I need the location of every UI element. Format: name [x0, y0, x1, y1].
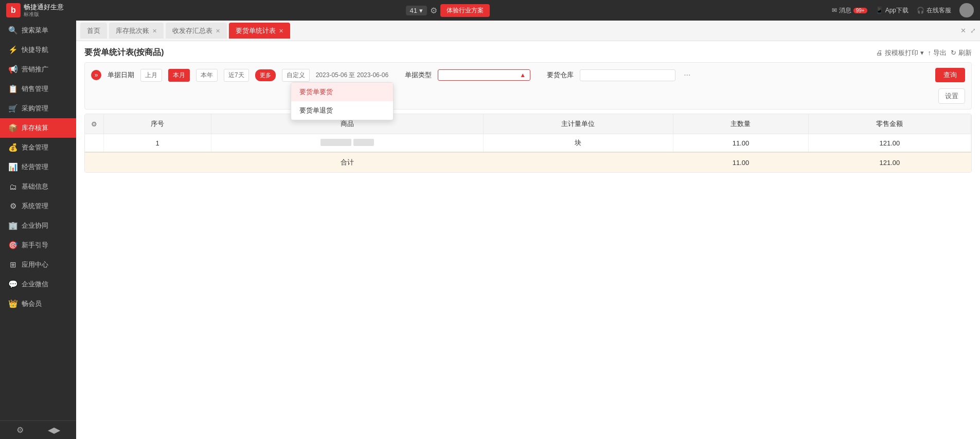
industry-button[interactable]: 体验行业方案	[440, 4, 490, 17]
minimize-icon[interactable]: ✕	[960, 27, 966, 34]
sidebar-item-purchase[interactable]: 🛒 采购管理	[0, 99, 76, 118]
gear-icon: ⚙	[8, 202, 17, 211]
table-row: 1 块 11.00 121.00	[85, 134, 971, 153]
tab-home[interactable]: 首页	[80, 23, 107, 39]
app-download-action[interactable]: 📱 App下载	[876, 6, 908, 15]
sidebar-item-appstore[interactable]: ⊞ 应用中心	[0, 255, 76, 275]
money-icon: 💰	[8, 143, 17, 152]
prev-month-button[interactable]: 上月	[140, 69, 162, 82]
dropdown-item-order[interactable]: 要货单要货	[291, 83, 393, 101]
filter-expand-button[interactable]: »	[91, 70, 101, 80]
page-title: 要货单统计表(按商品)	[84, 47, 164, 58]
logo-icon: b	[6, 3, 21, 17]
logo-area: b 畅捷通好生意 标准版	[6, 3, 64, 17]
sidebar-item-label: 企业协同	[22, 221, 48, 230]
tab-close-icon[interactable]: ✕	[152, 28, 157, 34]
building-icon: 🏢	[8, 221, 17, 230]
custom-button[interactable]: 自定义	[282, 69, 310, 82]
sidebar-item-label: 采购管理	[22, 104, 48, 113]
collapse-icon[interactable]: ◀▶	[48, 425, 60, 435]
total-quantity: 11.00	[673, 152, 809, 172]
search-icon: 🔍	[8, 26, 17, 35]
warehouse-input[interactable]	[580, 69, 675, 81]
sidebar-item-inventory[interactable]: 📦 库存核算	[0, 118, 76, 138]
tab-close-icon[interactable]: ✕	[216, 28, 220, 34]
table-container: ⚙ 序号 商品 主计量单位 主数量 零售金额 1	[84, 114, 972, 173]
chevron-down-icon: ▾	[920, 49, 924, 57]
sidebar-item-search[interactable]: 🔍 搜索菜单	[0, 21, 76, 40]
sidebar-item-label: 经营管理	[22, 162, 48, 172]
sidebar-item-label: 营销推广	[22, 65, 48, 74]
online-service-action[interactable]: 🎧 在线客服	[917, 6, 951, 15]
row-quantity-cell: 11.00	[673, 134, 809, 153]
tab-receive-summary[interactable]: 收发存汇总表 ✕	[166, 23, 227, 39]
settings-bottom-icon[interactable]: ⚙	[16, 425, 24, 435]
sidebar-item-system[interactable]: ⚙ 系统管理	[0, 196, 76, 216]
this-year-button[interactable]: 本年	[196, 69, 218, 82]
sidebar-item-label: 系统管理	[22, 202, 48, 211]
filter-more-icon[interactable]: ···	[684, 70, 690, 80]
company-subtitle: 标准版	[24, 11, 64, 17]
sidebar-item-operation[interactable]: 📊 经营管理	[0, 157, 76, 177]
col-settings-icon[interactable]: ⚙	[91, 120, 97, 128]
chevron-down-icon: ▾	[419, 7, 423, 14]
query-button[interactable]: 查询	[935, 68, 965, 82]
sidebar-item-wechat[interactable]: 💬 企业微信	[0, 275, 76, 294]
cart-icon: 🛒	[8, 104, 17, 113]
megaphone-icon: 📢	[8, 65, 17, 74]
sidebar-item-quick-nav[interactable]: ⚡ 快捷导航	[0, 40, 76, 60]
sidebar-item-finance[interactable]: 💰 资金管理	[0, 138, 76, 157]
print-label: 按模板打印	[885, 48, 918, 58]
crown-icon: 👑	[8, 299, 17, 308]
this-month-button[interactable]: 本月	[168, 69, 190, 82]
tab-close-icon[interactable]: ✕	[279, 28, 283, 34]
tab-order-stats[interactable]: 要货单统计表 ✕	[229, 23, 290, 39]
sidebar-item-marketing[interactable]: 📢 营销推广	[0, 60, 76, 79]
total-unit	[483, 152, 673, 172]
header-right: ✉ 消息 99+ 📱 App下载 🎧 在线客服	[832, 3, 974, 17]
date-range-text: 2023-05-06 至 2023-06-06	[316, 71, 388, 80]
sidebar-item-basic[interactable]: 🗂 基础信息	[0, 177, 76, 196]
sidebar-item-label: 资金管理	[22, 143, 48, 152]
folder-icon: 🗂	[8, 182, 17, 191]
last7days-button[interactable]: 近7天	[224, 69, 249, 82]
type-select[interactable]: ▲	[438, 69, 530, 81]
dropdown-item-return[interactable]: 要货单退货	[291, 101, 393, 120]
filter-row-1: » 单据日期 上月 本月 本年 近7天 更多 自定义 2023-05-06 至 …	[91, 68, 965, 82]
export-button[interactable]: ↑ 导出	[928, 48, 947, 58]
sidebar-item-label: 快捷导航	[22, 45, 48, 54]
sidebar-item-guide[interactable]: 🎯 新手引导	[0, 235, 76, 255]
settings-button[interactable]: 设置	[938, 88, 965, 104]
chart-icon: 📊	[8, 162, 17, 172]
total-amount: 121.00	[808, 152, 971, 172]
sidebar-item-label: 基础信息	[22, 182, 48, 191]
headset-icon: 🎧	[917, 7, 924, 14]
refresh-button[interactable]: ↻ 刷新	[951, 48, 972, 58]
messages-action[interactable]: ✉ 消息 99+	[832, 6, 867, 15]
tab-inventory-batch[interactable]: 库存批次账 ✕	[109, 23, 164, 39]
col-settings-header: ⚙	[85, 114, 104, 134]
apps-icon: ⊞	[8, 260, 17, 269]
avatar[interactable]	[959, 3, 974, 17]
data-table: ⚙ 序号 商品 主计量单位 主数量 零售金额 1	[85, 114, 971, 172]
sidebar-item-label: 新手引导	[22, 241, 48, 250]
sidebar-item-enterprise[interactable]: 🏢 企业协同	[0, 216, 76, 235]
messages-badge: 99+	[853, 8, 867, 13]
print-button[interactable]: 🖨 按模板打印 ▾	[876, 48, 924, 58]
table-body: 1 块 11.00 121.00	[85, 134, 971, 153]
maximize-icon[interactable]: ⤢	[970, 27, 976, 34]
date-filter-label: 单据日期	[108, 70, 134, 80]
sidebar-item-label: 销售管理	[22, 84, 48, 94]
tab-inventory-batch-label: 库存批次账	[116, 26, 149, 35]
box-icon: 📦	[8, 123, 17, 133]
type-dropdown: 要货单要货 要货单退货	[291, 82, 394, 120]
more-button[interactable]: 更多	[255, 69, 276, 81]
sidebar-item-member[interactable]: 👑 畅会员	[0, 294, 76, 314]
phone-icon: 📱	[876, 7, 883, 14]
export-label: 导出	[933, 48, 947, 58]
col-no-header: 序号	[104, 114, 211, 134]
gear-button[interactable]: ⚙	[430, 6, 437, 15]
clipboard-icon: 📋	[8, 84, 17, 94]
sidebar-item-sales[interactable]: 📋 销售管理	[0, 79, 76, 99]
store-selector[interactable]: 41 ▾	[406, 6, 427, 15]
